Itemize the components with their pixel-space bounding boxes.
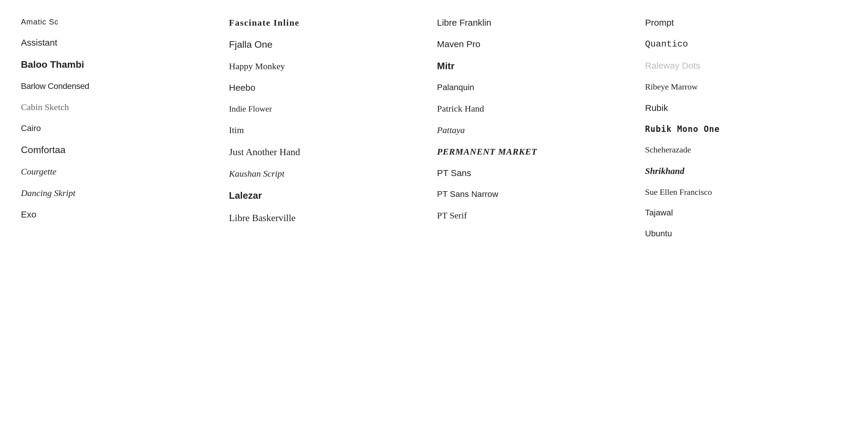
list-item[interactable]: Prompt [642,12,850,33]
list-item[interactable]: Tajawal [642,202,850,223]
column-4: PromptQuanticoRaleway DotsRibeye MarrowR… [642,12,850,244]
font-name-label: Dancing Skript [21,188,75,198]
list-item[interactable]: Rubik Mono One [642,119,850,140]
list-item[interactable]: Quantico [642,33,850,55]
list-item[interactable]: Libre Baskerville [226,207,434,229]
column-1: Amatic ScAssistantBaloo ThambiBarlow Con… [18,12,226,244]
font-name-label: Kaushan Script [229,168,285,179]
font-name-label: Itim [229,125,244,135]
font-name-label: Amatic Sc [21,17,59,27]
font-name-label: Rubik Mono One [645,124,720,134]
font-name-label: Courgette [21,166,57,177]
font-name-label: Palanquin [437,82,474,93]
font-name-label: Cabin Sketch [21,102,69,112]
list-item[interactable]: Raleway Dots [642,55,850,76]
list-item[interactable]: Assistant [18,32,226,54]
list-item[interactable]: Baloo Thambi [18,54,226,75]
list-item[interactable]: Rubik [642,97,850,119]
font-name-label: Maven Pro [437,39,480,49]
list-item[interactable]: Just Another Hand [226,141,434,163]
list-item[interactable]: Ribeye Marrow [642,76,850,97]
list-item[interactable]: Fascinate Inline [226,12,434,33]
list-item[interactable]: Lalezar [226,184,434,206]
list-item[interactable]: Maven Pro [434,33,642,55]
font-name-label: Heebo [229,82,255,93]
font-name-label: PT Sans [437,168,471,178]
font-name-label: PT Serif [437,210,467,221]
list-item[interactable]: Exo [18,204,226,225]
font-name-label: Fjalla One [229,39,273,50]
font-name-label: Scheherazade [645,145,691,155]
list-item[interactable]: Shrikhand [642,160,850,182]
list-item[interactable]: Cairo [18,118,226,139]
font-name-label: Shrikhand [645,166,685,176]
list-item[interactable]: Courgette [18,161,226,182]
font-name-label: Baloo Thambi [21,59,84,70]
font-name-label: Permanent Market [437,146,537,157]
list-item[interactable]: Itim [226,119,434,141]
font-name-label: Happy Monkey [229,61,285,72]
font-name-label: Exo [21,209,36,220]
font-name-label: Cairo [21,123,41,133]
font-name-label: Tajawal [645,208,673,218]
list-item[interactable]: Dancing Skript [18,182,226,204]
list-item[interactable]: Heebo [226,77,434,98]
list-item[interactable]: Permanent Market [434,141,642,162]
list-item[interactable]: Cabin Sketch [18,96,226,118]
font-name-label: Rubik [645,103,668,113]
font-name-label: Libre Franklin [437,17,491,28]
list-item[interactable]: PT Sans Narrow [434,184,642,205]
font-name-label: Ubuntu [645,229,672,239]
font-name-label: PT Sans Narrow [437,189,498,199]
list-item[interactable]: Happy Monkey [226,56,434,77]
font-name-label: Patrick Hand [437,103,484,114]
list-item[interactable]: Pattaya [434,119,642,141]
list-item[interactable]: Palanquin [434,77,642,98]
font-name-label: Mitr [437,60,455,72]
column-2: Fascinate InlineFjalla OneHappy MonkeyHe… [226,12,434,244]
list-item[interactable]: Barlow Condensed [18,76,226,97]
font-grid: Amatic ScAssistantBaloo ThambiBarlow Con… [18,12,850,244]
list-item[interactable]: Patrick Hand [434,98,642,119]
list-item[interactable]: Comfortaa [18,139,226,161]
list-item[interactable]: Scheherazade [642,139,850,160]
font-name-label: Raleway Dots [645,60,701,71]
font-name-label: Libre Baskerville [229,212,296,224]
column-3: Libre FranklinMaven ProMitrPalanquinPatr… [434,12,642,244]
font-name-label: Assistant [21,37,57,48]
list-item[interactable]: Kaushan Script [226,163,434,184]
font-name-label: Fascinate Inline [229,17,300,28]
font-name-label: Comfortaa [21,144,65,156]
font-name-label: Quantico [645,39,688,49]
list-item[interactable]: Fjalla One [226,33,434,56]
list-item[interactable]: PT Sans [434,162,642,184]
list-item[interactable]: Libre Franklin [434,12,642,33]
list-item[interactable]: Indie Flower [226,98,434,119]
font-name-label: Ribeye Marrow [645,82,698,92]
list-item[interactable]: PT Serif [434,205,642,226]
font-name-label: Lalezar [229,190,262,201]
font-name-label: Sue Ellen Francisco [645,187,712,197]
font-name-label: Indie Flower [229,104,272,114]
font-name-label: Just Another Hand [229,146,300,158]
list-item[interactable]: Sue Ellen Francisco [642,182,850,203]
list-item[interactable]: Mitr [434,55,642,77]
list-item[interactable]: Ubuntu [642,223,850,244]
font-name-label: Prompt [645,17,674,28]
font-name-label: Pattaya [437,125,465,135]
font-name-label: Barlow Condensed [21,81,89,91]
list-item[interactable]: Amatic Sc [18,12,226,32]
